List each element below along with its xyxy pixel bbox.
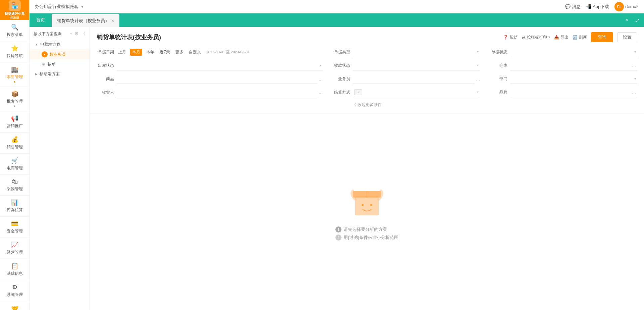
sidebar-item-system[interactable]: ⚙ 系统管理 [0, 280, 30, 301]
date-more-btn[interactable]: 更多 [174, 49, 185, 56]
data-area: 1 请先选择要分析的方案 2 用[过滤]条件来缩小分析范围 [90, 113, 644, 310]
breadcrumb-arrow-icon[interactable]: ▾ [81, 4, 84, 9]
salesman-input[interactable] [353, 74, 475, 84]
filter-consignee: 收货人 ... [97, 87, 323, 97]
panel-collapse-btn[interactable]: 《 [81, 31, 86, 37]
help-btn[interactable]: ❓ 帮助 [503, 35, 518, 40]
brand-dots[interactable]: ... [632, 90, 636, 95]
sidebar-item-ecom-label: 电商管理 [7, 165, 23, 171]
empty-illustration [347, 181, 387, 221]
brand-select[interactable]: ... [510, 87, 637, 97]
warehouse-select[interactable]: ... [510, 60, 637, 70]
filter-row-3: 商品 ... 业务员 ... 部门 ▾ [97, 74, 637, 84]
filter-doc-type: 单据类型 ▾ [329, 47, 480, 57]
collapse-label: 收起更多条件 [358, 102, 382, 108]
sidebar-item-finance[interactable]: 💳 资金管理 [0, 217, 30, 238]
help-icon: ❓ [503, 35, 508, 40]
user-menu[interactable]: Ea demo2 [614, 2, 639, 11]
goods-label: 商品 [97, 76, 117, 82]
doc-type-select[interactable]: ▾ [353, 47, 480, 57]
salesman-label: 业务员 [329, 76, 353, 82]
date-this-year-btn[interactable]: 本年 [145, 49, 156, 56]
app-download-btn[interactable]: 📲 App下载 [586, 4, 609, 10]
shortcut-icon: ⭐ [11, 45, 18, 52]
tab-bar-actions: × ⤢ [623, 16, 644, 24]
sidebar-item-shortcut[interactable]: ⭐ 快捷导航 [0, 41, 30, 62]
hint-item-1: 1 请先选择要分析的方案 [335, 226, 398, 232]
doc-type-label: 单据类型 [329, 49, 353, 55]
date-last7-btn[interactable]: 近7天 [158, 49, 171, 56]
refresh-label: 刷新 [579, 35, 587, 40]
print-btn[interactable]: 🖨 按模板打印 ▾ [522, 35, 550, 40]
logo-icon: 🏪 [9, 0, 21, 11]
goods-input[interactable] [117, 74, 317, 84]
doc-status-select[interactable]: ▾ [510, 47, 637, 57]
tab-home[interactable]: 首页 [30, 13, 52, 27]
hint-num-2: 2 [335, 235, 341, 241]
purchase-icon: 🛍 [12, 178, 18, 185]
hint-text-1: 请先选择要分析的方案 [343, 226, 387, 232]
svg-point-3 [362, 204, 364, 206]
enterprise-icon: 🤝 [11, 305, 18, 310]
sidebar-item-retail[interactable]: 🏬 零售管理 ▲ [0, 62, 30, 87]
system-icon: ⚙ [12, 283, 17, 291]
sidebar-item-marketing[interactable]: 📢 营销推广 [0, 111, 30, 133]
help-label: 帮助 [509, 35, 518, 40]
warehouse-dots[interactable]: ... [632, 63, 636, 68]
tree-subitem-by-doc[interactable]: ⊞ 按单 [30, 59, 90, 69]
tab-maximize-btn[interactable]: ⤢ [633, 16, 641, 24]
sidebar-item-ecom[interactable]: 🛒 电商管理 [0, 154, 30, 175]
filter-row-1: 单据日期 上月 本月 本年 近7天 更多 自定义 2023-03-01 至 20… [97, 47, 637, 57]
consignee-dots[interactable]: ... [319, 90, 323, 95]
sidebar-item-sales[interactable]: 💰 销售管理 [0, 133, 30, 154]
sidebar-item-basic[interactable]: 📋 基础信息 [0, 259, 30, 280]
refresh-btn[interactable]: 🔄 刷新 [573, 35, 587, 40]
salesman-dots[interactable]: ... [476, 76, 480, 82]
date-last-month-btn[interactable]: 上月 [117, 49, 127, 56]
retail-icon: 🏬 [11, 66, 18, 73]
date-this-month-btn[interactable]: 本月 [130, 49, 142, 56]
goods-dots[interactable]: ... [319, 76, 323, 82]
filter-salesman: 业务员 ... [329, 74, 480, 84]
filter-recv-status: 收款状态 ▾ [329, 60, 480, 70]
wholesale-icon: 📦 [11, 90, 18, 98]
tab-close-icon[interactable]: × [111, 18, 114, 23]
sidebar-item-operation[interactable]: 📈 经营管理 [0, 238, 30, 259]
collapse-bar: 《 收起更多条件 [97, 101, 637, 110]
tab-active-sales-stat[interactable]: 销货单统计表（按业务员） × [52, 14, 119, 28]
filter-settlement: 结算方式 × ▾ [329, 87, 480, 97]
dept-select[interactable]: ▾ [510, 74, 637, 84]
settlement-tag-close-icon[interactable]: × [358, 90, 360, 94]
add-scheme-btn[interactable]: + [70, 31, 72, 37]
scheme-settings-btn[interactable]: ⚙ [74, 31, 79, 37]
sidebar-item-purchase[interactable]: 🛍 采购管理 [0, 175, 30, 196]
recv-status-select[interactable]: ▾ [353, 60, 480, 70]
out-status-select[interactable]: ▾ [117, 60, 323, 70]
empty-hint: 1 请先选择要分析的方案 2 用[过滤]条件来缩小分析范围 [335, 226, 398, 243]
tree-item-mobile[interactable]: ▶ 移动端方案 [30, 69, 90, 79]
tree-item-desktop[interactable]: ▼ 电脑端方案 [30, 40, 90, 49]
sidebar-item-enterprise[interactable]: 🤝 企业协同 [0, 301, 30, 310]
sidebar-item-search[interactable]: 🔍 搜索菜单 [0, 20, 30, 41]
query-button[interactable]: 查询 [591, 32, 613, 42]
basic-icon: 📋 [11, 262, 18, 270]
consignee-input[interactable] [117, 87, 317, 97]
settlement-select[interactable]: × ▾ [353, 87, 480, 97]
page-title: 销货单统计表(按业务员) [97, 33, 161, 41]
sidebar-item-wholesale[interactable]: 📦 批发管理 ▲ [0, 87, 30, 111]
date-custom-btn[interactable]: 自定义 [187, 49, 202, 56]
tree-subitem-by-salesman[interactable]: ● 按业务员 [30, 49, 90, 59]
sidebar-item-wholesale-label: 批发管理 [7, 99, 23, 104]
top-header: 办公用品行业模拟账套 ▾ 💬 消息 📲 App下载 Ea demo2 [30, 0, 644, 13]
doc-type-arrow-icon: ▾ [477, 50, 479, 54]
sidebar-item-inventory[interactable]: 📊 库存核算 [0, 196, 30, 217]
warehouse-label: 仓库 [487, 63, 510, 68]
operation-icon: 📈 [11, 241, 18, 249]
app-download-icon: 📲 [586, 4, 591, 9]
tab-close-window-btn[interactable]: × [623, 16, 630, 24]
export-btn[interactable]: 📤 导出 [554, 35, 569, 40]
message-btn[interactable]: 💬 消息 [565, 4, 581, 10]
collapse-btn[interactable]: 《 收起更多条件 [352, 102, 382, 108]
settings-button[interactable]: 设置 [617, 32, 637, 42]
left-panel-header: 按以下方案查询 + ⚙ 《 [30, 31, 90, 40]
